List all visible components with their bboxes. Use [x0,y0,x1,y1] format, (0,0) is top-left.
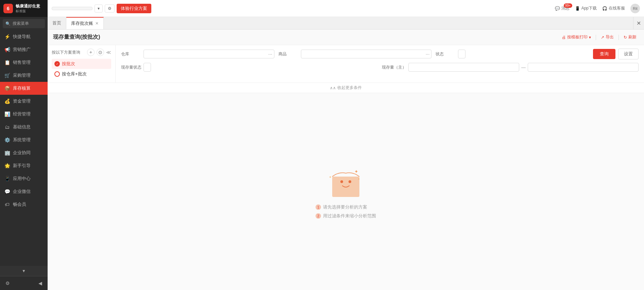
print-template-btn[interactable]: 🖨 按模板打印 ▾ [560,33,593,41]
sidebar-item-system[interactable]: ⚙️ 系统管理 [0,133,48,146]
export-btn[interactable]: ↗ 导出 [599,33,616,41]
collapse-icon: ∧∧ [330,86,336,90]
sidebar-item-purchase[interactable]: 🛒 采购管理 [0,69,48,82]
sidebar-footer: ⚙ ◀ [0,276,48,290]
nav-icon-operation: 📊 [4,111,10,117]
nav-label-finance: 资金管理 [13,98,31,104]
collapse-more-btn[interactable]: ∧∧ 收起更多条件 [330,85,362,91]
filter-row-2: 现存量状态 现存量（主） — [121,63,639,72]
main-area: ▾ ⚙ 体验行业方案 💬 消息 99+ 📱 App下载 🎧 在线客服 Rit [48,0,644,290]
company-name: 畅康通好生意 [16,4,40,9]
filter-section: 按以下方案查询 ＋ ⊙ ≪ ✓ 按批次 按仓库+批次 [48,45,644,83]
dropdown-arrow-button[interactable]: ▾ [95,4,103,13]
app-download-btn[interactable]: 📱 App下载 [575,5,597,11]
filter-status-field: 状态 [436,50,589,58]
filter-inventory-qty-min[interactable] [408,63,519,72]
nav-icon-quicknav: ⚡ [4,34,10,40]
topbar-right: 💬 消息 99+ 📱 App下载 🎧 在线客服 Rit [555,4,640,13]
sidebar-item-member[interactable]: 🏷 畅会员 [0,198,48,211]
sidebar-item-quicknav[interactable]: ⚡ 快捷导航 [0,30,48,43]
filter-inventory-status-field: 现存量状态 [121,63,378,72]
svg-point-3 [349,180,351,183]
filter-warehouse-dots-btn[interactable]: ··· [268,51,272,57]
app-version: 标准版 [16,9,40,13]
filter-scheme-batch[interactable]: ✓ 按批次 [52,59,111,69]
sidebar-nav: ⚡ 快捷导航 📢 营销推广 📋 销售管理 🛒 采购管理 📦 库存核算 💰 资金管… [0,30,48,266]
filter-warehouse-input-wrap: ··· [143,50,274,58]
nav-icon-system: ⚙️ [4,137,10,143]
sidebar-item-sales[interactable]: 📋 销售管理 [0,56,48,69]
nav-label-system: 系统管理 [13,137,31,143]
refresh-btn[interactable]: ↻ 刷新 [622,33,639,41]
sidebar-item-newbie[interactable]: 🌟 新手引导 [0,159,48,172]
query-button[interactable]: 查询 [593,49,615,59]
nav-icon-inventory: 📦 [4,85,10,91]
page-header-actions: 🖨 按模板打印 ▾ ↗ 导出 ↻ 刷新 [560,33,639,41]
experience-btn[interactable]: 体验行业方案 [117,4,151,13]
svg-text:✦: ✦ [354,169,358,174]
filter-product-input[interactable] [301,50,432,58]
filter-scheme-batch-label: 按批次 [62,61,75,67]
nav-label-inventory: 库存核算 [13,85,31,91]
sidebar-search[interactable]: 🔍 搜索菜单 [3,19,45,28]
empty-area: ✦ ✦ ✦ 1 请先选择要分析的方案 2 用过滤条件来缩小分析范围 [48,93,644,290]
empty-hint-1: 1 请先选择要分析的方案 [316,204,376,210]
nav-label-enterprise: 企业协同 [13,150,31,156]
sidebar: 6 畅康通好生意 标准版 🔍 搜索菜单 ⚡ 快捷导航 📢 营销推广 📋 销售管理… [0,0,48,290]
settings-button[interactable]: ⚙ [4,279,11,287]
collapse-row: ∧∧ 收起更多条件 [48,83,644,93]
filter-product-label: 商品 [278,51,299,57]
user-profile-btn[interactable]: Rit [630,4,640,13]
sidebar-item-inventory[interactable]: 📦 库存核算 [0,82,48,95]
content-area: 现存量查询(按批次) 🖨 按模板打印 ▾ ↗ 导出 ↻ 刷新 [48,30,644,290]
sidebar-item-enterprise[interactable]: 🏢 企业协同 [0,146,48,159]
messages-btn[interactable]: 💬 消息 99+ [555,5,570,11]
settings-gear-button[interactable]: ⚙ [105,4,115,13]
sidebar-item-basic[interactable]: 🗂 基础信息 [0,121,48,133]
sidebar-item-apps[interactable]: 📱 应用中心 [0,172,48,185]
filter-collapse-left-btn[interactable]: ≪ [106,49,111,56]
page-header: 现存量查询(按批次) 🖨 按模板打印 ▾ ↗ 导出 ↻ 刷新 [48,30,644,45]
nav-label-member: 畅会员 [13,201,26,207]
online-service-label: 在线客服 [609,5,625,11]
tab-inventory-batch-label: 库存批次账 [71,20,93,26]
filter-inventory-qty-max[interactable] [528,63,639,72]
filter-scheme-panel: 按以下方案查询 ＋ ⊙ ≪ ✓ 按批次 按仓库+批次 [48,45,116,83]
filter-panel: 按以下方案查询 ＋ ⊙ ≪ ✓ 按批次 按仓库+批次 [48,45,644,93]
filter-inventory-status-select[interactable] [143,63,151,72]
sidebar-item-wechat[interactable]: 💬 企业微信 [0,185,48,198]
sidebar-scroll-down[interactable]: ▼ [0,267,48,275]
setting-button[interactable]: 设置 [618,49,639,59]
filter-status-select[interactable] [458,50,465,58]
nav-label-quicknav: 快捷导航 [13,34,31,40]
filter-settings-scheme-btn[interactable]: ⊙ [97,49,104,56]
online-service-btn[interactable]: 🎧 在线客服 [602,5,625,11]
tab-close-icon[interactable]: ✕ [95,21,99,26]
filter-status-label: 状态 [436,51,456,57]
sidebar-item-marketing[interactable]: 📢 营销推广 [0,43,48,56]
nav-icon-sales: 📋 [4,59,10,66]
filter-fields-panel: 仓库 ··· 商品 ··· [116,45,644,83]
collapse-sidebar-button[interactable]: ◀ [37,279,44,287]
filter-scheme-icons: ＋ ⊙ ≪ [87,49,111,56]
tab-home[interactable]: 首页 [48,17,66,29]
filter-scheme-warehouse-batch-label: 按仓库+批次 [62,71,87,77]
filter-warehouse-input[interactable] [143,50,274,58]
filter-warehouse-field: 仓库 ··· [121,50,274,58]
filter-scheme-warehouse-batch[interactable]: 按仓库+批次 [52,69,111,79]
nav-icon-member: 🏷 [4,201,10,207]
tab-close-panel[interactable]: ✕ [633,17,644,29]
tab-inventory-batch[interactable]: 库存批次账 ✕ [66,17,104,29]
svg-text:✦: ✦ [358,178,360,181]
nav-label-apps: 应用中心 [13,176,31,182]
sidebar-item-operation[interactable]: 📊 经营管理 [0,108,48,121]
filter-add-scheme-btn[interactable]: ＋ [87,49,95,56]
print-dropdown-icon: ▾ [589,35,591,40]
filter-product-dots-btn[interactable]: ··· [426,51,430,57]
app-download-icon: 📱 [575,6,580,11]
nav-icon-newbie: 🌟 [4,163,10,169]
messages-badge: 99+ [564,3,572,8]
nav-label-sales: 销售管理 [13,59,31,66]
sidebar-item-finance[interactable]: 💰 资金管理 [0,95,48,108]
message-icon: 💬 [555,6,560,11]
